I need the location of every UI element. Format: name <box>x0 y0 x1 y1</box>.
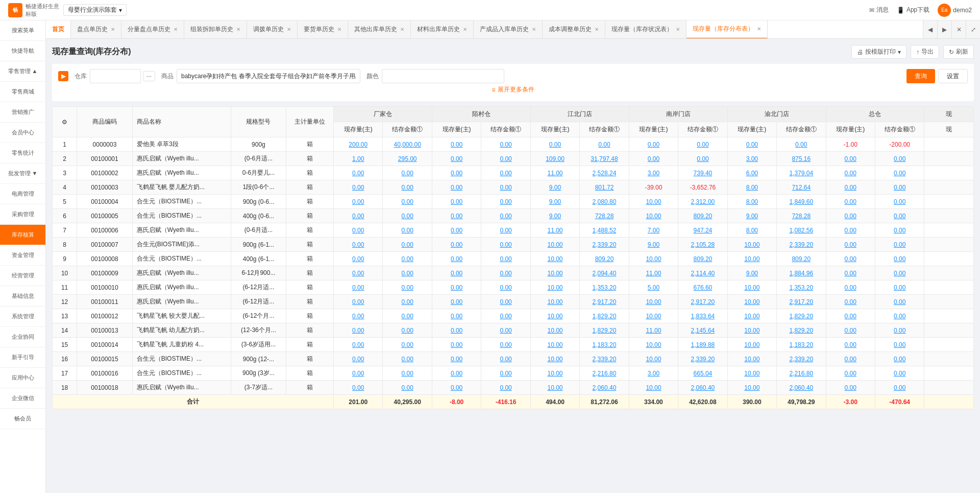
filter-collapse-btn[interactable]: ▶ <box>58 71 68 81</box>
cell-num[interactable]: 0.00 <box>678 152 727 166</box>
tab-partial-stocktake[interactable]: 分量盘点单历史 ✕ <box>121 20 184 39</box>
cell-num[interactable]: 10.00 <box>530 238 579 252</box>
cell-num[interactable]: 2,917.20 <box>777 295 826 309</box>
sidebar-item-wecom[interactable]: 企业微信 <box>0 388 45 409</box>
tab-close-all-btn[interactable]: ✕ <box>951 20 966 39</box>
cell-num[interactable]: 1.00 <box>333 152 382 166</box>
cell-num[interactable]: 8.00 <box>727 195 776 209</box>
query-btn[interactable]: 查询 <box>906 69 935 83</box>
cell-num[interactable]: 0.00 <box>875 295 924 309</box>
cell-num[interactable]: 9.00 <box>727 266 776 280</box>
tab-close-req[interactable]: ✕ <box>337 27 341 32</box>
cell-num[interactable]: 0.00 <box>826 238 875 252</box>
cell-num[interactable]: 0.00 <box>333 166 382 180</box>
cell-num[interactable]: 10.00 <box>629 309 678 323</box>
cell-num[interactable]: 0.00 <box>333 238 382 252</box>
tab-close-status[interactable]: ✕ <box>676 27 680 32</box>
cell-num[interactable]: 947.24 <box>678 223 727 238</box>
cell-num[interactable]: 10.00 <box>629 252 678 266</box>
cell-num[interactable]: 0.00 <box>383 209 432 223</box>
tab-close-dist[interactable]: ✕ <box>757 26 761 32</box>
cell-num[interactable]: 0.00 <box>826 366 875 381</box>
cell-num[interactable]: 0.00 <box>481 338 530 352</box>
cell-num[interactable]: 0.00 <box>333 352 382 366</box>
cell-num[interactable]: 9.00 <box>530 180 579 195</box>
cell-num[interactable]: 0.00 <box>333 381 382 395</box>
cell-num[interactable]: 0.00 <box>826 381 875 395</box>
cell-num[interactable]: 0.00 <box>383 280 432 295</box>
cell-num[interactable]: 10.00 <box>629 295 678 309</box>
cell-num[interactable]: 10.00 <box>530 295 579 309</box>
cell-num[interactable]: 3.00 <box>727 152 776 166</box>
cell-num[interactable]: 7.00 <box>629 223 678 238</box>
cell-num[interactable]: 0.00 <box>383 266 432 280</box>
cell-num[interactable]: 2,312.00 <box>678 195 727 209</box>
cell-num[interactable]: 0.00 <box>481 381 530 395</box>
cell-num[interactable]: 0.00 <box>481 295 530 309</box>
cell-num[interactable]: 5.00 <box>629 280 678 295</box>
cell-num[interactable]: 0.00 <box>432 238 481 252</box>
cell-num[interactable]: 0.00 <box>826 309 875 323</box>
cell-num[interactable]: 0.00 <box>432 366 481 381</box>
cell-num[interactable]: 2,339.20 <box>777 352 826 366</box>
cell-num[interactable]: 31,797.48 <box>580 152 629 166</box>
tab-requisition[interactable]: 要货单历史 ✕ <box>298 20 348 39</box>
cell-num[interactable]: 9.00 <box>530 195 579 209</box>
cell-num[interactable]: 0.00 <box>481 195 530 209</box>
tab-close-cost[interactable]: ✕ <box>595 27 599 32</box>
tab-cost-adj[interactable]: 成本调整单历史 ✕ <box>543 20 605 39</box>
cell-num[interactable]: 3.00 <box>629 366 678 381</box>
cell-num[interactable]: 10.00 <box>530 381 579 395</box>
tab-prev-btn[interactable]: ◀ <box>923 20 937 39</box>
sidebar-item-system[interactable]: 系统管理 <box>0 307 45 327</box>
cell-num[interactable]: 1,353.20 <box>580 280 629 295</box>
cell-num[interactable]: 0.00 <box>481 252 530 266</box>
cell-num[interactable]: 2,339.20 <box>678 352 727 366</box>
sidebar-item-member2[interactable]: 畅会员 <box>0 409 45 429</box>
cell-num[interactable]: 801.72 <box>580 180 629 195</box>
sidebar-item-finance[interactable]: 资金管理 <box>0 245 45 266</box>
cell-num[interactable]: 10.00 <box>629 209 678 223</box>
sidebar-item-ecommerce[interactable]: 电商管理 <box>0 184 45 204</box>
cell-num[interactable]: 11.00 <box>629 266 678 280</box>
cell-num[interactable]: 2,339.20 <box>580 352 629 366</box>
goods-input[interactable] <box>177 69 360 83</box>
cell-num[interactable]: 0.00 <box>875 238 924 252</box>
cell-num[interactable]: 0.00 <box>481 280 530 295</box>
cell-num[interactable]: 0.00 <box>580 137 629 152</box>
cell-num[interactable]: 2,339.20 <box>580 238 629 252</box>
cell-num[interactable]: 0.00 <box>432 338 481 352</box>
cell-num[interactable]: 0.00 <box>383 252 432 266</box>
cell-num[interactable]: 1,183.20 <box>580 338 629 352</box>
cell-num[interactable]: 0.00 <box>333 209 382 223</box>
export-btn[interactable]: ↑ 导出 <box>911 45 939 59</box>
cell-num[interactable]: 2,917.20 <box>580 295 629 309</box>
cell-num[interactable]: 2,060.40 <box>580 381 629 395</box>
cell-num[interactable]: 0.00 <box>875 309 924 323</box>
cell-num[interactable]: 0.00 <box>875 252 924 266</box>
cell-num[interactable]: 0.00 <box>383 366 432 381</box>
cell-num[interactable]: 809.20 <box>678 252 727 266</box>
cell-num[interactable]: 0.00 <box>432 295 481 309</box>
cell-num[interactable]: 0.00 <box>432 137 481 152</box>
cell-num[interactable]: 10.00 <box>727 352 776 366</box>
cell-num[interactable]: 0.00 <box>875 381 924 395</box>
cell-num[interactable]: 2,216.80 <box>580 366 629 381</box>
cell-num[interactable]: 0.00 <box>875 266 924 280</box>
tab-close-transfer[interactable]: ✕ <box>287 27 291 32</box>
cell-num[interactable]: 9.00 <box>727 209 776 223</box>
sidebar-item-search[interactable]: 搜索英单 <box>0 20 45 41</box>
cell-num[interactable]: 1,379.04 <box>777 166 826 180</box>
cell-num[interactable]: 0.00 <box>481 309 530 323</box>
message-btn[interactable]: ✉ 消息 <box>869 6 889 14</box>
tab-home[interactable]: 首页 <box>46 20 71 39</box>
cell-num[interactable]: 0.00 <box>826 266 875 280</box>
tab-close-partial[interactable]: ✕ <box>174 27 178 32</box>
cell-num[interactable]: 0.00 <box>481 323 530 338</box>
cell-num[interactable]: 0.00 <box>383 166 432 180</box>
cell-num[interactable]: 0.00 <box>481 180 530 195</box>
cell-num[interactable]: 2,528.24 <box>580 166 629 180</box>
cell-num[interactable]: 6.00 <box>727 166 776 180</box>
refresh-btn[interactable]: ↻ 刷新 <box>943 45 974 59</box>
cell-num[interactable]: 10.00 <box>629 338 678 352</box>
